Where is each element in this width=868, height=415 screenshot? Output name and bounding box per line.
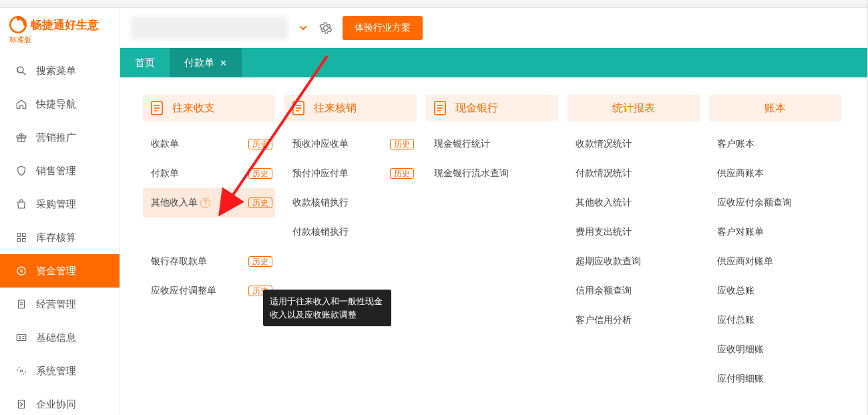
loop-icon	[15, 364, 28, 378]
history-tag[interactable]: 历史	[248, 139, 272, 149]
menu-item-label: 预收冲应收单	[292, 138, 349, 150]
menu-item[interactable]: 收款核销执行	[284, 188, 417, 218]
tab-label: 首页	[135, 57, 155, 69]
sidebar-item-3[interactable]: 销售管理	[0, 154, 120, 187]
tab-0[interactable]: 首页	[120, 48, 170, 77]
chevron-down-icon[interactable]	[297, 22, 309, 34]
svg-rect-11	[23, 239, 26, 242]
sidebar-item-10[interactable]: 企业协同	[0, 388, 120, 415]
cta-button[interactable]: 体验行业方案	[343, 16, 423, 40]
close-icon[interactable]: ✕	[220, 58, 227, 68]
history-tag[interactable]: 历史	[248, 256, 272, 267]
sidebar-item-7[interactable]: 经营管理	[0, 288, 120, 321]
sidebar-item-1[interactable]: 快捷导航	[0, 87, 120, 121]
menu-item[interactable]: 应付总账	[709, 306, 841, 335]
menu-item[interactable]: 其他收入统计	[568, 188, 700, 218]
menu-item[interactable]: 付款单历史	[143, 159, 275, 188]
menu-item[interactable]: 供应商账本	[709, 159, 841, 188]
category-header: 往来收支	[143, 95, 275, 121]
history-tag[interactable]: 历史	[390, 168, 414, 179]
menu-item[interactable]: 银行存取款单历史	[143, 247, 275, 276]
svg-line-3	[23, 72, 25, 75]
gear-icon[interactable]	[318, 21, 333, 35]
menu-item-label: 应付明细账	[717, 373, 764, 385]
menu-item[interactable]: 应付明细账	[709, 364, 841, 394]
svg-point-21	[21, 370, 23, 372]
help-icon[interactable]: ?	[200, 198, 210, 208]
category-title: 现金银行	[455, 101, 498, 115]
history-tag[interactable]: 历史	[390, 139, 414, 149]
menu-item[interactable]: 付款情况统计	[568, 159, 700, 188]
category-title: 往来收支	[172, 101, 215, 115]
menu-item[interactable]: 现金银行统计	[426, 129, 558, 159]
menu-item[interactable]: 客户信用分析	[568, 306, 700, 335]
money-icon: ¥	[15, 264, 28, 278]
menu-item[interactable]: 收款单历史	[143, 129, 275, 159]
category-items: 收款情况统计付款情况统计其他收入统计费用支出统计超期应收款查询信用余额查询客户信…	[568, 129, 700, 335]
tab-1[interactable]: 付款单✕	[170, 48, 242, 77]
org-selector-blurred[interactable]	[131, 17, 288, 39]
menu-item-label: 银行存取款单	[151, 256, 207, 268]
sidebar-item-2[interactable]: 营销推广	[0, 121, 120, 154]
doc-icon	[290, 99, 307, 117]
sidebar-item-4[interactable]: 采购管理	[0, 187, 120, 221]
sidebar-item-8[interactable]: 基础信息	[0, 321, 120, 354]
browser-chrome	[0, 0, 868, 8]
menu-item-label: 应收总账	[717, 285, 754, 297]
sidebar-item-6[interactable]: ¥资金管理	[0, 254, 120, 288]
sidebar-item-label: 营销推广	[36, 131, 76, 144]
svg-text:¥: ¥	[19, 268, 23, 274]
search-icon	[15, 64, 28, 77]
menu-item[interactable]: 收款情况统计	[568, 129, 700, 159]
menu-item[interactable]: 应收应付调整单历史	[143, 276, 275, 306]
svg-rect-17	[17, 335, 26, 341]
category-items: 现金银行统计现金银行流水查询	[426, 129, 558, 188]
category-header: 账本	[709, 95, 841, 121]
boxes-icon	[15, 231, 28, 244]
menu-item-label: 应收明细账	[717, 344, 764, 356]
menu-item[interactable]: 费用支出统计	[568, 218, 700, 247]
menu-item-label: 现金银行统计	[434, 138, 490, 150]
brand-text: 畅捷通好生意	[31, 17, 99, 33]
category-2: 现金银行现金银行统计现金银行流水查询	[426, 95, 558, 188]
menu-item[interactable]: 应收明细账	[709, 335, 841, 364]
menu-item[interactable]: 预收冲应收单历史	[284, 129, 417, 159]
menu-item[interactable]: 供应商对账单	[709, 247, 841, 276]
history-tag[interactable]: 历史	[248, 168, 272, 179]
menu-item-label: 应付总账	[717, 314, 754, 326]
category-1: 往来核销预收冲应收单历史预付冲应付单历史收款核销执行付款核销执行	[284, 95, 417, 247]
bag-icon	[15, 197, 28, 211]
content: 往来收支收款单历史付款单历史其他收入单?历史费用单历史银行存取款单历史应收应付调…	[120, 77, 868, 415]
menu-item[interactable]: 信用余额查询	[568, 276, 700, 306]
history-tag[interactable]: 历史	[248, 197, 272, 208]
sidebar-item-label: 经营管理	[36, 298, 76, 311]
menu-item-label: 收款情况统计	[576, 138, 632, 150]
svg-point-18	[19, 337, 21, 339]
menu-item-label: 客户对账单	[717, 226, 764, 238]
menu-item[interactable]: 应收总账	[709, 276, 841, 306]
menu-item[interactable]: 客户账本	[709, 129, 841, 159]
topbar: 体验行业方案	[120, 8, 868, 48]
menu-item[interactable]: 付款核销执行	[284, 218, 417, 247]
doc-icon	[431, 99, 449, 117]
menu-item[interactable]: 预付冲应付单历史	[284, 159, 417, 188]
menu-item[interactable]: 超期应收款查询	[568, 247, 700, 276]
svg-point-2	[17, 67, 23, 73]
doc-icon	[148, 99, 166, 117]
sidebar-item-5[interactable]: 库存核算	[0, 221, 120, 254]
sidebar-item-label: 快捷导航	[36, 98, 76, 111]
menu-item[interactable]: 现金银行流水查询	[426, 159, 558, 188]
sidebar-item-label: 企业协同	[36, 398, 76, 411]
category-3: 统计报表收款情况统计付款情况统计其他收入统计费用支出统计超期应收款查询信用余额查…	[568, 95, 700, 335]
id-icon	[15, 331, 28, 344]
sidebar-item-9[interactable]: 系统管理	[0, 354, 120, 388]
menu-item[interactable]: 其他收入单?历史	[143, 188, 275, 218]
svg-rect-8	[17, 234, 21, 237]
menu-item-label: 付款单	[151, 167, 179, 179]
menu-item-label: 现金银行流水查询	[434, 167, 509, 179]
sidebar-item-0[interactable]: 搜索菜单	[0, 54, 120, 87]
menu-item[interactable]: 客户对账单	[709, 218, 841, 247]
menu-item[interactable]: 应收应付余额查询	[709, 188, 841, 218]
clipboard-icon	[15, 298, 28, 311]
menu-item-label: 费用支出统计	[576, 226, 632, 238]
